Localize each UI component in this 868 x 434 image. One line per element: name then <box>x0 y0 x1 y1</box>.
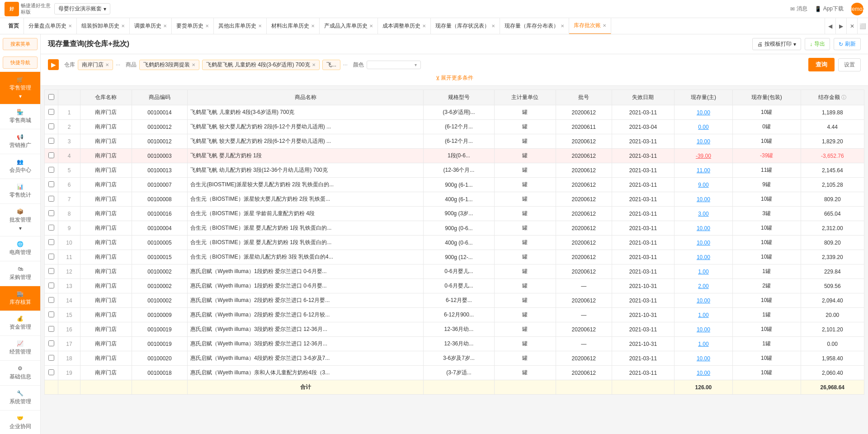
setting-button[interactable]: 设置 <box>838 58 861 71</box>
app-download-action[interactable]: 📱 App下载 <box>815 5 844 13</box>
tab-kucun1[interactable]: 现存量（库存状况表） ✕ <box>431 18 500 34</box>
nav-close-all[interactable]: ✕ <box>846 18 857 34</box>
row-checkbox[interactable] <box>48 167 54 173</box>
tab-chengben[interactable]: 成本调整单历史 ✕ <box>378 18 431 34</box>
sidebar-item-purchase[interactable]: 🛍 采购管理 <box>0 261 40 286</box>
product-tag1[interactable]: 飞鹤奶粉3段两提装 ✕ <box>139 60 199 70</box>
nav-left-arrow[interactable]: ◀ <box>825 18 835 34</box>
row-checkbox[interactable] <box>48 355 54 361</box>
tab-diaobuo[interactable]: 调拨单历史 ✕ <box>130 18 172 34</box>
row-checkbox[interactable] <box>48 196 54 202</box>
logo-text: 畅捷通好生意 标版 <box>21 3 51 14</box>
sidebar-item-member[interactable]: 👥 会员中心 <box>0 154 40 179</box>
row-checkbox[interactable] <box>48 225 54 231</box>
sidebar-item-collab[interactable]: 🤝 企业协同 <box>0 410 40 434</box>
row-checkbox[interactable] <box>48 109 54 115</box>
tab-yaohuo[interactable]: 要货单历史 ✕ <box>172 18 214 34</box>
th-amount[interactable]: 结存金额 ⓘ <box>801 90 864 105</box>
close-icon[interactable]: ✕ <box>369 24 373 28</box>
th-warehouse[interactable]: 仓库名称 <box>80 90 132 105</box>
close-icon[interactable]: ✕ <box>491 24 495 28</box>
avatar[interactable]: demo2 <box>851 3 863 15</box>
row-checkbox[interactable] <box>48 311 54 317</box>
store-selector[interactable]: 母婴行业演示账套 ▾ <box>54 3 110 14</box>
sidebar-item-retail-mall[interactable]: 🏪 零售商城 <box>0 104 40 129</box>
row-checkbox[interactable] <box>48 239 54 245</box>
tab-fenpan[interactable]: 分量盘点单历史 ✕ <box>24 18 77 34</box>
nav-right-arrow[interactable]: ▶ <box>835 18 846 34</box>
product-tag2-close-icon[interactable]: ✕ <box>312 62 316 67</box>
sidebar-item-ops[interactable]: 📈 经营管理 <box>0 336 40 361</box>
th-batch[interactable]: 批号 <box>556 90 612 105</box>
refresh-button[interactable]: ↻ 刷新 <box>834 38 861 50</box>
th-stock-pack[interactable]: 现存量(包装) <box>732 90 801 105</box>
quick-nav-button[interactable]: 快捷导航 <box>3 57 38 69</box>
tab-home[interactable]: 首页 <box>4 18 24 34</box>
close-icon[interactable]: ✕ <box>68 24 72 28</box>
warehouse-more-dots[interactable]: ··· <box>116 61 120 68</box>
tab-kucun2[interactable]: 现存量（库存分布表） ✕ <box>500 18 569 34</box>
row-checkbox[interactable] <box>48 152 54 158</box>
sidebar-item-basic[interactable]: ⚙ 基础信息 <box>0 361 40 386</box>
close-icon[interactable]: ✕ <box>561 24 564 28</box>
cell-expire: 2021-03-11 <box>612 236 675 250</box>
th-expire[interactable]: 失效日期 <box>612 90 675 105</box>
th-stock-main[interactable]: 现存量(主) <box>675 90 733 105</box>
search-menu-button[interactable]: 搜索英单 <box>3 38 38 50</box>
nav-expand-tabs[interactable]: ⬜ <box>857 18 868 34</box>
close-icon[interactable]: ✕ <box>422 24 426 28</box>
query-button[interactable]: 查询 <box>808 58 835 71</box>
expand-more-button[interactable]: ⊻ 展开更多条件 <box>48 74 861 82</box>
th-spec[interactable]: 规格型号 <box>423 90 494 105</box>
row-checkbox[interactable] <box>48 210 54 216</box>
close-icon[interactable]: ✕ <box>258 24 262 28</box>
row-checkbox[interactable] <box>48 326 54 332</box>
row-checkbox[interactable] <box>48 369 54 375</box>
row-checkbox[interactable] <box>48 123 54 129</box>
sidebar-item-inventory[interactable]: 🏬 库存核算 <box>0 286 40 311</box>
filter-collapse-button[interactable]: ▶ <box>48 59 59 70</box>
sidebar-item-retail-stats[interactable]: 📊 零售统计 <box>0 179 40 204</box>
template-print-button[interactable]: 🖨 按模板打印 ▾ <box>752 38 801 50</box>
tab-cailiao[interactable]: 材料出库单历史 ✕ <box>267 18 320 34</box>
cell-warehouse: 南岸门店 <box>80 337 132 351</box>
close-icon[interactable]: ✕ <box>205 24 209 28</box>
tab-kucun-pici[interactable]: 库存批次账 ✕ <box>569 18 611 34</box>
row-checkbox[interactable] <box>48 138 54 144</box>
row-checkbox[interactable] <box>48 254 54 259</box>
close-icon[interactable]: ✕ <box>311 24 315 28</box>
color-select[interactable]: ▾ <box>367 61 421 69</box>
sidebar-item-system[interactable]: 🔧 系统管理 <box>0 386 40 410</box>
tab-chuku[interactable]: 其他出库单历史 ✕ <box>214 18 267 34</box>
close-icon[interactable]: ✕ <box>603 23 606 28</box>
row-checkbox[interactable] <box>48 283 54 288</box>
message-action[interactable]: ✉ 消息 <box>790 5 807 13</box>
cell-amount: 20.00 <box>801 308 864 322</box>
th-code[interactable]: 商品编码 <box>132 90 188 105</box>
row-checkbox[interactable] <box>48 181 54 187</box>
info-icon[interactable]: ⓘ <box>841 94 846 100</box>
warehouse-tag-close-icon[interactable]: ✕ <box>105 62 109 67</box>
th-name[interactable]: 商品名称 <box>188 90 424 105</box>
warehouse-tag[interactable]: 南岸门店 ✕ <box>78 60 113 70</box>
sidebar-item-retail-mgmt[interactable]: 🛒 零售管理 ▾ <box>0 72 40 104</box>
cell-stock-main: 0.00 <box>675 120 733 134</box>
row-checkbox[interactable] <box>48 340 54 346</box>
row-checkbox[interactable] <box>48 297 54 303</box>
product-more-dots[interactable]: ··· <box>343 61 348 68</box>
product-dots-tag[interactable]: 飞... <box>322 60 340 70</box>
tab-chengpin[interactable]: 产成品入库单历史 ✕ <box>320 18 378 34</box>
sidebar-item-finance[interactable]: 💰 资金管理 <box>0 311 40 336</box>
tab-zuzhang[interactable]: 组装拆卸单历史 ✕ <box>77 18 130 34</box>
select-all-checkbox[interactable] <box>48 94 54 100</box>
sidebar-item-ecommerce[interactable]: 🌐 电商管理 <box>0 236 40 261</box>
export-button[interactable]: ↓ 导出 <box>805 38 830 50</box>
close-icon[interactable]: ✕ <box>121 24 125 28</box>
sidebar-item-marketing[interactable]: 📢 营销推广 <box>0 129 40 154</box>
product-tag1-close-icon[interactable]: ✕ <box>192 62 195 67</box>
close-icon[interactable]: ✕ <box>163 24 167 28</box>
row-checkbox[interactable] <box>48 268 54 274</box>
th-unit[interactable]: 主计量单位 <box>495 90 556 105</box>
product-tag2[interactable]: 飞鹤星飞帆 儿童奶粉 4段(3-6岁适用) 700克 ✕ <box>202 60 320 70</box>
sidebar-item-wholesale[interactable]: 📦 批发管理 ▾ <box>0 204 40 236</box>
